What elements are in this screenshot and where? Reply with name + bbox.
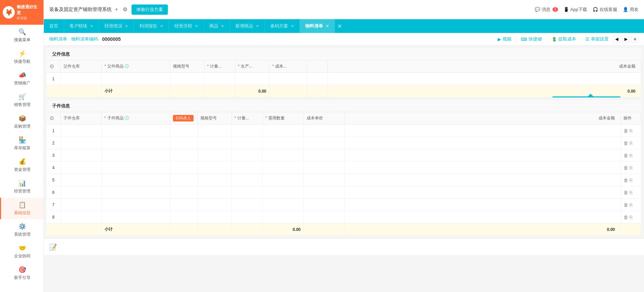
tab-customer[interactable]: 客户联络 ✕ (64, 19, 99, 33)
tab-product[interactable]: 商品 ✕ (204, 19, 230, 33)
child-warehouse-cell-4[interactable] (60, 162, 101, 174)
delete-row-button-6[interactable]: 🗑 (623, 190, 628, 195)
extract-cost-action[interactable]: 💲 提取成本 (552, 36, 576, 42)
tab-customer-close[interactable]: ✕ (90, 24, 93, 28)
child-unitcost-cell-6[interactable] (304, 186, 345, 199)
child-qty-cell-1[interactable] (262, 125, 304, 137)
child-warehouse-cell-2[interactable] (60, 137, 101, 149)
tab-profit[interactable]: 利润报告 ✕ (134, 19, 169, 33)
delete-row-button-4[interactable]: 🗑 (623, 165, 628, 171)
sidebar-item-search[interactable]: 🔍 搜索菜单 (0, 25, 44, 46)
parent-product-cell[interactable] (101, 73, 170, 85)
scan-input-button[interactable]: 扫码录入 (173, 115, 194, 121)
tab-bom-close[interactable]: ✕ (326, 24, 329, 28)
child-spec-cell-1[interactable] (197, 125, 232, 137)
sidebar-item-finance[interactable]: 💰 资金管理 (0, 154, 44, 176)
child-warehouse-cell-8[interactable] (60, 211, 101, 223)
delete-row-button-3[interactable]: 🗑 (623, 153, 628, 158)
tab-barcode-close[interactable]: ✕ (291, 24, 294, 28)
child-warehouse-cell-7[interactable] (60, 199, 101, 211)
copy-row-button-5[interactable]: ⎘ (630, 177, 632, 183)
child-product-cell-6[interactable] (101, 186, 170, 199)
child-unitcost-cell-4[interactable] (304, 162, 345, 174)
child-unit-cell-2[interactable] (232, 137, 262, 149)
tab-barcode[interactable]: 条码方案 ✕ (265, 19, 300, 33)
copy-row-button-6[interactable]: ⎘ (630, 190, 632, 195)
child-qty-cell-8[interactable] (262, 211, 304, 223)
parent-unit-cell[interactable] (204, 73, 235, 85)
delete-row-button-5[interactable]: 🗑 (623, 177, 628, 183)
tab-home[interactable]: 首页 (44, 19, 64, 33)
close-all-tabs-button[interactable]: ✕ (335, 23, 345, 30)
child-qty-cell-5[interactable] (262, 174, 304, 186)
child-qty-cell-6[interactable] (262, 186, 304, 199)
tab-history-close[interactable]: ✕ (195, 24, 198, 28)
child-qty-cell-3[interactable] (262, 149, 304, 162)
child-settings-btn[interactable]: ⚙ (49, 115, 54, 121)
delete-row-button-7[interactable]: 🗑 (623, 202, 628, 208)
sidebar-item-enterprise[interactable]: 🤝 企业协同 (0, 241, 44, 262)
list-view-button[interactable]: ≡ (631, 36, 639, 43)
child-unitcost-cell-3[interactable] (304, 149, 345, 162)
experience-button[interactable]: 体验行业方案 (132, 4, 168, 15)
child-unit-cell-3[interactable] (232, 149, 262, 162)
app-download-button[interactable]: 📱 App下载 (564, 7, 587, 13)
child-unit-cell-5[interactable] (232, 174, 262, 186)
child-product-cell-1[interactable] (101, 125, 170, 137)
sidebar-item-sales[interactable]: 🛒 销售管理 (0, 90, 44, 111)
parent-cost-cell[interactable] (269, 73, 307, 85)
child-unitcost-cell-2[interactable] (304, 137, 345, 149)
child-qty-cell-2[interactable] (262, 137, 304, 149)
sidebar-item-marketing[interactable]: 📣 营销推广 (0, 68, 44, 90)
delete-row-button-8[interactable]: 🗑 (623, 214, 628, 220)
copy-row-button-8[interactable]: ⎘ (630, 214, 632, 220)
tab-product-close[interactable]: ✕ (221, 24, 224, 28)
delete-row-button-2[interactable]: 🗑 (623, 140, 628, 146)
copy-row-button-4[interactable]: ⎘ (630, 165, 632, 171)
single-settings-action[interactable]: ☰ 单据设置 (585, 36, 609, 42)
tab-add-product-close[interactable]: ✕ (256, 24, 259, 28)
breadcrumb-tab[interactable]: 物料清单 (49, 36, 67, 42)
child-spec-cell-5[interactable] (197, 174, 232, 186)
child-warehouse-cell-6[interactable] (60, 186, 101, 199)
child-unitcost-cell-1[interactable] (304, 125, 345, 137)
child-unit-cell-8[interactable] (232, 211, 262, 223)
child-product-cell-2[interactable] (101, 137, 170, 149)
tab-bom[interactable]: 物料清单 ✕ (300, 19, 335, 33)
child-spec-cell-8[interactable] (197, 211, 232, 223)
child-product-cell-7[interactable] (101, 199, 170, 211)
parent-warehouse-cell[interactable] (60, 73, 101, 85)
child-spec-cell-6[interactable] (197, 186, 232, 199)
child-unitcost-cell-5[interactable] (304, 174, 345, 186)
copy-row-button-3[interactable]: ⎘ (630, 153, 632, 158)
tab-operation[interactable]: 经营情况 ✕ (99, 19, 134, 33)
child-warehouse-cell-1[interactable] (60, 125, 101, 137)
sidebar-item-operation[interactable]: 📊 经营管理 (0, 176, 44, 198)
message-button[interactable]: 💬 消息 5 (535, 7, 558, 13)
child-warehouse-cell-5[interactable] (60, 174, 101, 186)
child-product-cell-4[interactable] (101, 162, 170, 174)
child-product-cell-3[interactable] (101, 149, 170, 162)
tab-history[interactable]: 经营历程 ✕ (169, 19, 204, 33)
child-unitcost-cell-7[interactable] (304, 199, 345, 211)
child-qty-cell-4[interactable] (262, 162, 304, 174)
child-spec-cell-7[interactable] (197, 199, 232, 211)
tab-add-product[interactable]: 新增商品 ✕ (230, 19, 265, 33)
sidebar-item-quick[interactable]: ⚡ 快捷导航 (0, 46, 44, 68)
online-service-button[interactable]: 🎧 在线客服 (593, 7, 617, 13)
child-unit-cell-1[interactable] (232, 125, 262, 137)
copy-row-button-2[interactable]: ⎘ (630, 140, 632, 146)
child-product-cell-8[interactable] (101, 211, 170, 223)
copy-row-button-1[interactable]: ⎘ (630, 128, 632, 133)
child-unit-cell-4[interactable] (232, 162, 262, 174)
child-spec-cell-4[interactable] (197, 162, 232, 174)
child-unit-cell-6[interactable] (232, 186, 262, 199)
next-page-button[interactable]: ▶ (622, 36, 630, 43)
child-qty-cell-7[interactable] (262, 199, 304, 211)
child-unitcost-cell-8[interactable] (304, 211, 345, 223)
parent-spec-cell[interactable] (170, 73, 204, 85)
parent-production-cell[interactable] (235, 73, 269, 85)
sidebar-item-guide[interactable]: 🎯 新手引导 (0, 262, 44, 284)
child-warehouse-cell-3[interactable] (60, 149, 101, 162)
parent-settings-btn[interactable]: ⚙ (49, 63, 54, 70)
